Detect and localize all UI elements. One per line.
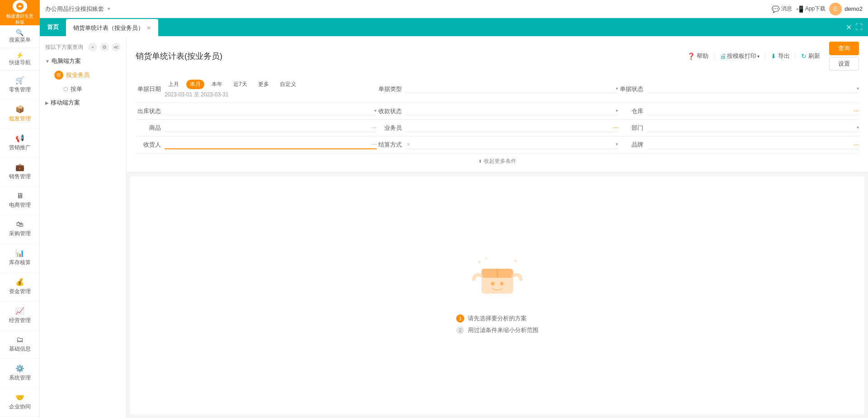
settings-scheme-btn[interactable]: ⚙: [100, 43, 109, 52]
basic-icon: 🗂: [16, 336, 24, 344]
refresh-btn[interactable]: ↻ 刷新: [801, 52, 820, 60]
enterprise-label: 企业协同: [9, 403, 31, 411]
goods-field[interactable]: [165, 124, 372, 131]
marketing-icon: 📢: [15, 134, 24, 142]
doc-type-input[interactable]: ▾: [406, 85, 618, 93]
doc-status-label: 单据状态: [618, 85, 647, 93]
payment-method-input[interactable]: × ▾: [406, 141, 618, 149]
tab-close-window[interactable]: ✕: [846, 23, 852, 32]
sidebar-item-marketing[interactable]: 📢 营销推广: [0, 128, 39, 157]
step2-num: 2: [456, 326, 464, 334]
salesperson-input[interactable]: ···: [406, 124, 618, 132]
doc-type-down-icon[interactable]: ▾: [616, 86, 618, 91]
sidebar-item-basic[interactable]: 🗂 基础信息: [0, 330, 39, 359]
retail-label: 零售管理: [9, 86, 31, 94]
tab-sales-label: 销货单统计表（按业务员）: [73, 24, 144, 32]
settings-button[interactable]: 设置: [829, 57, 859, 71]
salesperson-field[interactable]: [406, 124, 613, 131]
left-panel: 按以下方案查询 + ⚙ ≪ ▼ 电脑端方案 按 按业务员 ⬡ 按: [40, 36, 127, 418]
topbar-user[interactable]: E demo2: [829, 3, 863, 15]
goods-dots-btn[interactable]: ···: [372, 124, 377, 131]
date-btn-this-year[interactable]: 本年: [208, 80, 226, 89]
mobile-section-arrow: ▶: [45, 100, 49, 105]
brand-input[interactable]: ···: [647, 141, 859, 149]
app-download-icon: 📲: [796, 5, 803, 13]
brand-dots-btn[interactable]: ···: [854, 141, 859, 148]
brand-field[interactable]: [647, 141, 854, 147]
sidebar-item-enterprise[interactable]: 🤝 企业协同: [0, 388, 39, 417]
add-scheme-btn[interactable]: +: [88, 43, 97, 52]
out-status-down-icon[interactable]: ▾: [374, 108, 377, 113]
out-status-field[interactable]: [165, 107, 374, 114]
dept-field[interactable]: [647, 124, 857, 131]
date-btn-7days[interactable]: 近7天: [230, 80, 251, 89]
help-btn[interactable]: ❓ 帮助: [687, 52, 708, 60]
breadcrumb-dropdown[interactable]: ▾: [108, 6, 110, 12]
tab-close-icon[interactable]: ✕: [146, 25, 151, 31]
operations-label: 经营管理: [9, 317, 31, 324]
sidebar-item-wholesale[interactable]: 📦 批发管理: [0, 100, 39, 128]
mobile-section-header[interactable]: ▶ 移动端方案: [40, 96, 126, 109]
sidebar-item-inventory[interactable]: 📊 库存核算: [0, 243, 39, 272]
sidebar-item-finance[interactable]: 💰 资金管理: [0, 272, 39, 301]
receipt-status-field[interactable]: [406, 107, 615, 114]
sidebar-quick-nav[interactable]: ⚡ 快捷导航: [0, 48, 39, 71]
filter-salesperson: 业务员 ···: [377, 120, 618, 136]
basic-label: 基础信息: [9, 345, 31, 353]
tab-maximize[interactable]: ⛶: [855, 23, 863, 31]
tab-sales-stat[interactable]: 销货单统计表（按业务员） ✕: [66, 19, 158, 37]
out-status-input[interactable]: ▾: [165, 107, 377, 115]
receipt-status-input[interactable]: ▾: [406, 107, 618, 115]
salesperson-scheme-icon: 按: [54, 71, 63, 80]
payment-method-label: 结算方式: [377, 141, 406, 149]
doc-status-down-icon[interactable]: ▾: [857, 86, 859, 91]
by-salesperson-item[interactable]: 按 按业务员: [40, 68, 126, 82]
collapse-bar[interactable]: ⬆ 收起更多条件: [136, 154, 859, 169]
doc-status-field[interactable]: [647, 85, 857, 92]
marketing-label: 营销推广: [9, 144, 31, 152]
dept-down-icon[interactable]: ▾: [857, 125, 859, 130]
sidebar-item-operations[interactable]: 📈 经营管理: [0, 301, 39, 330]
payment-method-clear[interactable]: ×: [406, 141, 411, 148]
payment-method-down-icon[interactable]: ▾: [616, 142, 618, 147]
logo-icon: [13, 0, 27, 13]
sidebar-item-ecommerce[interactable]: 🖥 电商管理: [0, 186, 39, 215]
mobile-section-label: 移动端方案: [51, 99, 80, 107]
date-btn-custom[interactable]: 自定义: [276, 80, 300, 89]
print-btn[interactable]: 🖨 按模板打印 ▾: [720, 52, 760, 60]
svg-point-7: [485, 257, 487, 259]
date-btn-more[interactable]: 更多: [255, 80, 273, 89]
warehouse-input[interactable]: ···: [647, 107, 859, 115]
date-btn-this-month[interactable]: 本月: [186, 80, 204, 89]
sidebar-item-purchase[interactable]: 🛍 采购管理: [0, 215, 39, 243]
sidebar-item-sales[interactable]: 💼 销售管理: [0, 157, 39, 186]
receipt-status-down-icon[interactable]: ▾: [616, 108, 618, 113]
salesperson-dots-btn[interactable]: ···: [613, 124, 618, 131]
warehouse-dots-btn[interactable]: ···: [854, 107, 859, 114]
export-btn[interactable]: ⬇ 导出: [771, 52, 790, 60]
dept-input[interactable]: ▾: [647, 124, 859, 132]
by-order-item[interactable]: ⬡ 按单: [40, 82, 126, 96]
doc-status-input[interactable]: ▾: [647, 85, 859, 93]
warehouse-field[interactable]: [647, 107, 854, 114]
topbar-app-download[interactable]: 📲 App下载: [796, 5, 826, 13]
system-icon: ⚙️: [15, 364, 24, 373]
collapse-panel-btn[interactable]: ≪: [112, 43, 121, 52]
filter-warehouse: 仓库 ···: [618, 103, 859, 119]
receiver-dots-btn[interactable]: ···: [372, 140, 377, 147]
goods-input[interactable]: ···: [165, 124, 377, 132]
sidebar-search[interactable]: 🔍 搜索菜单: [0, 25, 39, 48]
export-label: 导出: [778, 52, 790, 60]
sidebar-item-retail[interactable]: 🛒 零售管理: [0, 71, 39, 100]
filter-area: 单据日期 上月 本月 本年 近7天 更多 自定义 20: [136, 76, 859, 172]
receiver-field[interactable]: [165, 141, 372, 147]
sidebar-item-system[interactable]: ⚙️ 系统管理: [0, 359, 39, 388]
pc-section-header[interactable]: ▼ 电脑端方案: [40, 54, 126, 68]
tab-home[interactable]: 首页: [40, 18, 66, 36]
app-name: 畅捷通好生意: [6, 14, 33, 19]
date-btn-last-month[interactable]: 上月: [165, 80, 183, 89]
topbar-messages[interactable]: 💬 消息: [772, 5, 792, 13]
doc-type-field[interactable]: [406, 85, 615, 92]
query-button[interactable]: 查询: [829, 42, 859, 55]
receiver-input[interactable]: ···: [165, 140, 377, 149]
